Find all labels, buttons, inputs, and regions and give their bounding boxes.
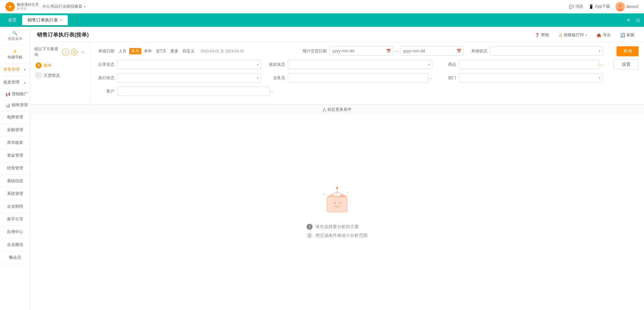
app-download-action[interactable]: 📱 App下载 <box>589 4 610 9</box>
exec-input[interactable] <box>117 73 261 83</box>
expected-date-start[interactable] <box>329 46 393 56</box>
add-scheme-btn[interactable]: + <box>62 49 69 55</box>
sidebar-sub-marketing[interactable]: 📢 营销推广 <box>0 89 30 100</box>
sidebar-newbie-item[interactable]: 新手引导 <box>0 213 30 225</box>
sidebar-app-center-item[interactable]: 应用中心 <box>0 226 30 238</box>
svg-rect-5 <box>327 197 347 212</box>
filter-salesperson-field: 业务员 ··· <box>267 73 432 83</box>
search-menu-btn[interactable]: 🔍 搜索菜单 <box>2 30 28 43</box>
nav-path[interactable]: 办公用品行业模拟账套 ▾ <box>42 4 86 9</box>
tab-close-icon[interactable]: × <box>60 18 62 22</box>
date-tab-more[interactable]: 更多 <box>169 48 180 55</box>
collapse-scheme-btn[interactable]: « <box>79 49 86 55</box>
sidebar-vip: 畅会员 <box>0 251 30 264</box>
scheme-item-order[interactable]: 单 按单 <box>34 60 86 70</box>
payment-input[interactable] <box>288 60 432 69</box>
scheme-icon-order: 单 <box>36 62 42 68</box>
date-tab-7days[interactable]: 近7天 <box>155 48 168 55</box>
step-num-1: 1 <box>307 224 313 230</box>
tab-sales-order[interactable]: 销售订单执行表 × <box>22 15 68 25</box>
tab-bar: 首页 销售订单执行表 × ✕ ⊡ <box>0 13 644 27</box>
date-range-display: 2023-03-01 至 2023-03-31 <box>201 49 244 54</box>
sidebar-system: 系统管理 <box>0 188 30 200</box>
logo-text: 畅捷通好生意 标准版 <box>17 2 39 11</box>
empty-step-1: 1 请先选择要分析的方案 <box>307 224 368 230</box>
print-btn[interactable]: 🖨 按模板打印 ▾ <box>556 31 590 39</box>
tab-close-window-icon[interactable]: ✕ <box>625 16 632 24</box>
sidebar-corp-item[interactable]: 企业协同 <box>0 200 30 213</box>
sidebar-basic-item[interactable]: 基础信息 <box>0 175 30 187</box>
filter-status-field: 单据状态 ▾ <box>469 46 603 56</box>
dept-input[interactable] <box>459 73 603 83</box>
salesperson-more-icon[interactable]: ··· <box>428 75 432 81</box>
customer-input[interactable] <box>117 87 270 96</box>
tab-maximize-icon[interactable]: ⊡ <box>635 16 641 24</box>
product-input[interactable] <box>459 60 599 69</box>
sidebar-newbie: 新手引导 <box>0 213 30 226</box>
status-input[interactable] <box>490 46 603 56</box>
payment-select-wrap: ▾ <box>288 60 432 69</box>
sidebar-ecommerce-item[interactable]: 电商管理 <box>0 111 30 123</box>
delivery-select-wrap: ▾ <box>117 60 261 69</box>
date-tab-custom[interactable]: 自定义 <box>181 48 196 55</box>
svg-text:✦: ✦ <box>349 200 351 202</box>
main-layout: 🔍 搜索菜单 ⚡ 快捷导航 零售管理 ▼ 批发管理 ▲ 📢 营销推广 <box>0 27 644 310</box>
header-left: 畅捷通好生意 标准版 办公用品行业模拟账套 ▾ <box>5 2 86 11</box>
salesperson-input[interactable] <box>288 73 428 83</box>
product-select-wrap: ··· <box>459 60 603 69</box>
scheme-item-shortage[interactable]: 欠 欠货情况 <box>34 70 86 81</box>
filter-scheme-sidebar: 按以下方案查询 + ⊙ « 单 按单 欠 欠货情况 <box>30 42 91 104</box>
copy-scheme-btn[interactable]: ⊙ <box>71 49 77 55</box>
search-icon: 🔍 <box>12 31 17 36</box>
sidebar-sub-sales[interactable]: 📊 销售管理 <box>0 100 30 111</box>
sidebar-wholesale: 批发管理 ▲ 📢 营销推广 📊 销售管理 <box>0 76 30 111</box>
sidebar-inventory-item[interactable]: 库存核算 <box>0 137 30 149</box>
date-separator: — <box>394 49 399 54</box>
sidebar-purchase-item[interactable]: 采购管理 <box>0 124 30 136</box>
sidebar-finance-item[interactable]: 资金管理 <box>0 149 30 162</box>
product-label: 商品 <box>438 62 456 67</box>
date-tab-last-month[interactable]: 上月 <box>117 48 128 55</box>
query-button[interactable]: 查询 <box>616 46 639 56</box>
user-area[interactable]: demo2 <box>615 2 639 11</box>
logo-icon <box>5 2 15 11</box>
status-label: 单据状态 <box>469 48 487 54</box>
sidebar-vip-item[interactable]: 畅会员 <box>0 251 30 264</box>
sidebar-system-item[interactable]: 系统管理 <box>0 188 30 200</box>
sidebar-enterprise-wechat-item[interactable]: 企业微信 <box>0 239 30 251</box>
filter-payment-field: 收款状态 ▾ <box>267 60 432 69</box>
tab-home[interactable]: 首页 <box>3 15 22 25</box>
sidebar-operations-item[interactable]: 经营管理 <box>0 162 30 174</box>
refresh-btn[interactable]: 🔄 刷新 <box>618 31 637 39</box>
sidebar-wholesale-item[interactable]: 批发管理 ▲ <box>0 76 30 89</box>
sidebar-basic: 基础信息 <box>0 175 30 188</box>
customer-more-icon[interactable]: ··· <box>270 89 274 94</box>
exec-label: 执行状态 <box>96 75 114 81</box>
print-dropdown-icon[interactable]: ▾ <box>585 33 587 37</box>
expected-date-start-wrap: 📅 <box>329 46 393 56</box>
help-btn[interactable]: ❓ 帮助 <box>532 31 552 39</box>
filter-scheme-actions: + ⊙ « <box>62 49 86 55</box>
filter-top: 按以下方案查询 + ⊙ « 单 按单 欠 欠货情况 <box>30 42 644 104</box>
date-tab-this-month[interactable]: 本月 <box>129 48 141 54</box>
date-tab-this-year[interactable]: 本年 <box>143 48 153 55</box>
dept-select-wrap: ▾ <box>459 73 603 83</box>
expected-date-end[interactable] <box>400 46 464 56</box>
nav-dropdown-icon[interactable]: ▾ <box>84 5 86 8</box>
svg-text:✦: ✦ <box>346 191 349 194</box>
step-num-2: 2 <box>307 232 313 239</box>
sidebar-retail-item[interactable]: 零售管理 ▼ <box>0 63 30 76</box>
sidebar-finance: 资金管理 <box>0 149 30 162</box>
product-more-icon[interactable]: ··· <box>599 62 603 67</box>
filter-collapse-bar[interactable]: ⋀ 收起更多条件 <box>30 104 644 114</box>
settings-button[interactable]: 设置 <box>614 59 639 70</box>
sidebar-enterprise-wechat: 企业微信 <box>0 239 30 251</box>
customer-select-wrap: ··· <box>117 87 273 96</box>
dept-label: 部门 <box>438 75 456 81</box>
delivery-input[interactable] <box>117 60 261 69</box>
sidebar-corp: 企业协同 <box>0 200 30 213</box>
filter-dept-field: 部门 ▾ <box>438 73 603 83</box>
sidebar-quick-nav-item[interactable]: ⚡ 快捷导航 <box>0 46 30 63</box>
export-btn[interactable]: 📤 导出 <box>594 31 613 39</box>
message-action[interactable]: 💬 消息 <box>569 4 583 9</box>
